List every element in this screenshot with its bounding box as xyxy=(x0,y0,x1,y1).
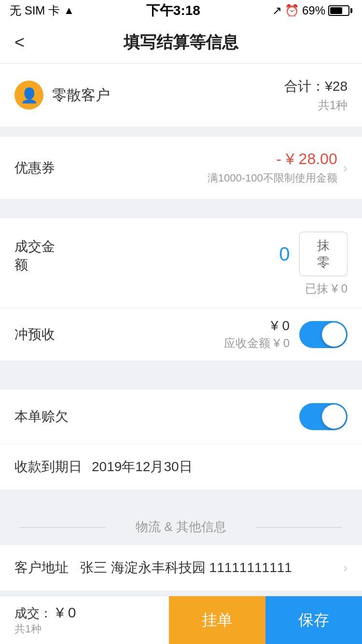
debit-toggle[interactable] xyxy=(299,403,348,430)
battery-percent: 69% xyxy=(302,4,325,17)
advance-label: 冲预收 xyxy=(14,325,55,344)
nav-bar: < 填写结算等信息 xyxy=(0,21,362,64)
coupon-right: - ¥ 28.00 满1000-100不限制使用金额 › xyxy=(208,150,348,185)
debit-toggle-knob xyxy=(322,405,346,429)
advance-amount: ¥ 0 应收金额 ¥ 0 xyxy=(224,318,290,351)
bottom-summary: 成交： ¥ 0 共1种 xyxy=(0,596,169,644)
transaction-right: 抹零 xyxy=(57,232,348,276)
advance-main-amount: ¥ 0 xyxy=(224,318,290,334)
coupon-amount: - ¥ 28.00 xyxy=(208,150,337,168)
divider-2 xyxy=(0,370,362,380)
content-area: 👤 零散客户 合计：¥28 共1种 优惠券 - ¥ 28.00 满1000-10… xyxy=(0,64,362,644)
address-row[interactable]: 客户地址 张三 海淀永丰科技园 11111111111 › xyxy=(0,545,362,590)
customer-left: 👤 零散客户 xyxy=(14,81,110,110)
due-date-value: 2019年12月30日 xyxy=(92,458,193,476)
total-amount: 合计：¥28 xyxy=(284,77,348,96)
location-icon: ↗ xyxy=(272,4,282,17)
advance-toggle-knob xyxy=(322,322,346,347)
round-button[interactable]: 抹零 xyxy=(299,232,348,276)
status-bar: 无 SIM 卡 ▲ 下午3:18 ↗ ⏰ 69% xyxy=(0,0,362,21)
transaction-label: 成交金额 xyxy=(14,232,57,274)
address-value: 张三 海淀永丰科技园 11111111111 xyxy=(80,559,292,577)
coupon-value: - ¥ 28.00 满1000-100不限制使用金额 xyxy=(208,150,337,185)
logistics-title: 物流 & 其他信息 xyxy=(128,518,234,535)
advance-right: ¥ 0 应收金额 ¥ 0 xyxy=(224,318,348,351)
transaction-section: 成交金额 抹零 已抹 ¥ 0 冲预收 ¥ 0 应收金额 ¥ 0 xyxy=(0,218,362,361)
advance-payment-section: 冲预收 ¥ 0 应收金额 ¥ 0 xyxy=(0,308,362,361)
customer-row: 👤 零散客户 合计：¥28 共1种 xyxy=(0,64,362,126)
customer-name: 零散客户 xyxy=(52,85,110,105)
due-date-row: 收款到期日 2019年12月30日 xyxy=(0,444,362,490)
hang-button[interactable]: 挂单 xyxy=(169,596,265,644)
advance-toggle[interactable] xyxy=(299,321,348,348)
coupon-desc: 满1000-100不限制使用金额 xyxy=(208,171,337,185)
bottom-deal-amount: ¥ 0 xyxy=(56,604,76,620)
advance-sub-amount: 应收金额 ¥ 0 xyxy=(224,336,290,351)
transaction-input[interactable] xyxy=(57,243,290,265)
status-time: 下午3:18 xyxy=(146,1,200,20)
avatar-icon: 👤 xyxy=(20,87,38,104)
customer-section: 👤 零散客户 合计：¥28 共1种 xyxy=(0,64,362,126)
battery-icon xyxy=(328,5,352,16)
customer-right: 合计：¥28 共1种 xyxy=(284,77,348,113)
address-key: 客户地址 xyxy=(14,559,69,577)
bottom-bar: 成交： ¥ 0 共1种 挂单 保存 xyxy=(0,596,362,644)
status-right: ↗ ⏰ 69% xyxy=(272,4,352,17)
divider-3 xyxy=(0,499,362,509)
carrier-label: 无 SIM 卡 xyxy=(10,3,60,18)
address-section: 客户地址 张三 海淀永丰科技园 11111111111 › xyxy=(0,545,362,590)
transaction-top: 成交金额 抹零 xyxy=(14,232,348,276)
coupon-label: 优惠券 xyxy=(14,159,55,177)
transaction-amount-block: 成交金额 抹零 已抹 ¥ 0 xyxy=(0,218,362,308)
already-rounded-label: 已抹 ¥ 0 xyxy=(14,281,348,296)
debit-label: 本单赊欠 xyxy=(14,407,69,426)
total-count: 共1种 xyxy=(284,98,348,113)
status-left: 无 SIM 卡 ▲ xyxy=(10,3,74,18)
debit-row: 本单赊欠 xyxy=(0,390,362,444)
customer-avatar: 👤 xyxy=(14,81,43,110)
logistics-header: 物流 & 其他信息 xyxy=(0,509,362,545)
alarm-icon: ⏰ xyxy=(285,4,299,17)
save-button[interactable]: 保存 xyxy=(265,596,362,644)
back-button[interactable]: < xyxy=(14,32,25,53)
bottom-count: 共1种 xyxy=(14,622,154,636)
coupon-chevron-right-icon: › xyxy=(343,160,348,176)
address-chevron-right-icon: › xyxy=(343,560,348,575)
advance-top: 冲预收 ¥ 0 应收金额 ¥ 0 xyxy=(14,318,348,351)
due-date-label: 收款到期日 xyxy=(14,458,82,476)
wifi-icon: ▲ xyxy=(64,4,74,17)
coupon-row[interactable]: 优惠券 - ¥ 28.00 满1000-100不限制使用金额 › xyxy=(0,136,362,199)
divider-1 xyxy=(0,209,362,218)
address-left: 客户地址 张三 海淀永丰科技园 11111111111 xyxy=(14,559,292,577)
bottom-deal-row: 成交： ¥ 0 xyxy=(14,604,154,622)
coupon-section: 优惠券 - ¥ 28.00 满1000-100不限制使用金额 › xyxy=(0,136,362,199)
debit-section: 本单赊欠 收款到期日 2019年12月30日 xyxy=(0,390,362,490)
bottom-deal-label: 成交： xyxy=(14,606,52,620)
page-title: 填写结算等信息 xyxy=(124,31,238,54)
